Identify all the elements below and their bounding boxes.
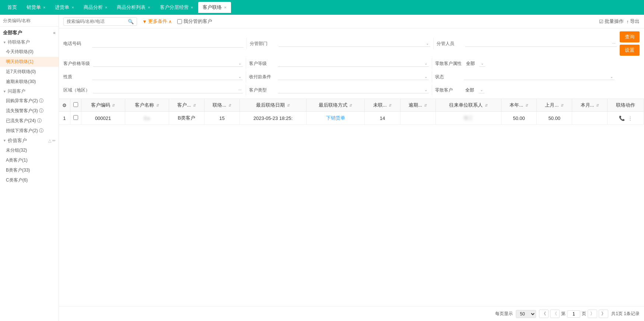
th-checkbox[interactable] (70, 99, 81, 112)
close-customer-segmentation-icon[interactable]: × (191, 5, 193, 10)
select-all-checkbox[interactable] (73, 102, 78, 107)
action-more-icon[interactable]: ⋮ (628, 115, 633, 121)
close-product-analysis-icon[interactable]: × (105, 5, 107, 10)
nav-customer-contact[interactable]: 客户联络 × (198, 2, 231, 13)
sidebar-search-input[interactable] (3, 18, 58, 23)
th-this-month: 本月... ⇵ (572, 99, 608, 112)
last-page-btn[interactable]: 》 (599, 310, 608, 318)
sidebar-item-c-class[interactable]: C类客户(6) (0, 175, 59, 185)
retail-attr-select[interactable]: ⌄ (479, 60, 485, 67)
row-checkbox[interactable] (73, 115, 78, 120)
checkbox-icon: ☑ (599, 19, 603, 24)
page-nav: 《 〈 第 页 〉 》 (539, 310, 608, 318)
sidebar-item-declining[interactable]: 持续下滑客户(2) ⓘ (0, 126, 59, 136)
retail-customer-value: 全部 (464, 87, 476, 93)
next-page-btn[interactable]: 〉 (588, 310, 597, 318)
th-customer-code: 客户编码 ⇵ (81, 99, 125, 112)
close-purchase-order-icon[interactable]: × (71, 5, 74, 10)
sidebar-item-ungrouped[interactable]: 未分组(32) (0, 145, 59, 155)
filter-field-nature: 性质 ⌄ (63, 73, 243, 80)
sidebar-item-abnormal[interactable]: 回购异常客户(2) ⓘ (0, 96, 59, 106)
sidebar-item-churn-warning[interactable]: 流失预警客户(3) ⓘ (0, 106, 59, 116)
phone-label: 电话号码 (63, 41, 89, 47)
sub-person-select[interactable]: ··· (465, 40, 617, 47)
nav-purchase-order[interactable]: 进货单 × (50, 2, 78, 13)
td-last-contact-type: 下销货单 (306, 112, 365, 125)
page-info-label: 第 (561, 311, 566, 317)
setting-btn[interactable]: 设置 (620, 45, 640, 56)
close-product-analysis-list-icon[interactable]: × (148, 5, 150, 10)
customer-type-select[interactable]: ⌄ (278, 87, 428, 93)
nature-label: 性质 (63, 74, 89, 80)
td-contact-count: 15 (204, 112, 239, 125)
status-select[interactable]: ⌄ (464, 73, 615, 80)
action-phone-icon[interactable]: 📞 (619, 115, 625, 121)
th-last-contact-date: 最后联络日期 ⇵ (240, 99, 307, 112)
sub-dept-select[interactable]: ⌄ (279, 40, 430, 47)
sidebar-group-problem[interactable]: 问题客户 (0, 87, 59, 96)
collapse-icon[interactable]: « (53, 30, 56, 35)
filter-field-status: 状态 ⌄ (435, 73, 615, 80)
filter-field-retail-customer: 零散客户 全部 ⌄ (435, 87, 615, 93)
nature-select[interactable]: ⌄ (92, 73, 243, 80)
sidebar-group-pending-contact[interactable]: 待联络客户 (0, 38, 59, 47)
more-conditions-btn[interactable]: ▼ 更多条件 ∧ (140, 17, 174, 26)
customer-level-select[interactable]: ⌄ (278, 60, 428, 67)
search-input[interactable] (67, 19, 126, 24)
filter-field-payment: 收付款条件 ⌄ (249, 73, 428, 80)
filter-bar: 🔍 ▼ 更多条件 ∧ 我分管的客户 ☑ 批量操作 ↑ 导出 (59, 15, 644, 28)
customer-type-label: 客户类型 (249, 87, 275, 93)
data-table: ⚙ 客户编码 ⇵ 客户名称 ⇵ 客户... ⇵ 联络... ⇵ 最后联络日期 ⇵… (59, 99, 644, 125)
export-btn[interactable]: ↑ 导出 (627, 18, 640, 25)
my-customers-checkbox-label[interactable]: 我分管的客户 (177, 18, 212, 25)
batch-op-btn[interactable]: ☑ 批量操作 (599, 18, 624, 25)
filter-field-customer-level: 客户等级 ⌄ (249, 60, 428, 67)
page-unit-label: 页 (582, 311, 586, 317)
td-contact-person: 张三 (435, 112, 501, 125)
first-page-btn[interactable]: 《 (539, 310, 549, 318)
nav-product-analysis[interactable]: 商品分析 × (79, 2, 112, 13)
page-size-select[interactable]: 50 20 100 (516, 310, 536, 318)
th-unlinked-days: 未联... ⇵ (365, 99, 400, 112)
retail-customer-label: 零散客户 (435, 87, 461, 93)
region-select[interactable]: ··· (93, 87, 243, 93)
nav-sales-order[interactable]: 销货单 × (22, 2, 50, 13)
prev-page-btn[interactable]: 〈 (550, 310, 560, 318)
last-contact-type-link[interactable]: 下销货单 (326, 115, 345, 121)
nav-home[interactable]: 首页 (3, 2, 21, 13)
filter-icon: ▼ (142, 19, 147, 24)
sidebar-item-a-class[interactable]: A类客户(1) (0, 155, 59, 165)
td-checkbox[interactable] (70, 112, 81, 125)
customer-level-label: 客户等级 (249, 61, 275, 67)
nav-product-analysis-list[interactable]: 商品分析列表 × (112, 2, 154, 13)
th-last-month: 上月... ⇵ (537, 99, 572, 112)
page-number-input[interactable] (567, 310, 580, 318)
phone-input[interactable] (92, 40, 244, 48)
sidebar-item-7days[interactable]: 近7天待联络(0) (0, 67, 59, 77)
retail-customer-select[interactable]: ⌄ (479, 87, 484, 93)
close-customer-contact-icon[interactable]: × (224, 5, 226, 10)
search-icon[interactable]: 🔍 (128, 19, 134, 24)
filter-row-4: 区域（地区） ··· 客户类型 ⌄ 零散客户 全部 (63, 84, 640, 96)
sidebar-item-today[interactable]: 今天待联络(0) (0, 47, 59, 57)
td-name: Ea (125, 112, 169, 125)
my-customers-checkbox[interactable] (177, 19, 182, 24)
query-btn[interactable]: 查询 (620, 31, 640, 42)
nav-customer-segmentation[interactable]: 客户分层经营 × (155, 2, 197, 13)
table-container: ⚙ 客户编码 ⇵ 客户名称 ⇵ 客户... ⇵ 联络... ⇵ 最后联络日期 ⇵… (59, 99, 644, 306)
payment-select[interactable]: ⌄ (278, 73, 428, 80)
sidebar-item-tomorrow[interactable]: 明天待联络(1) (0, 57, 59, 67)
filter-field-sub-person: 分管人员 ··· (437, 40, 617, 47)
payment-label: 收付款条件 (249, 74, 275, 80)
sidebar-item-b-class[interactable]: B类客户(33) (0, 165, 59, 175)
th-settings[interactable]: ⚙ (59, 99, 70, 112)
th-this-year: 本年... ⇵ (501, 99, 536, 112)
price-level-select[interactable]: ⌄ (93, 60, 243, 67)
content-area: 🔍 ▼ 更多条件 ∧ 我分管的客户 ☑ 批量操作 ↑ 导出 (59, 15, 644, 321)
sidebar-item-overdue[interactable]: 逾期未联络(30) (0, 77, 59, 87)
sidebar-item-churned[interactable]: 已流失客户(24) ⓘ (0, 116, 59, 126)
price-level-label: 客户价格等级 (63, 61, 90, 67)
filter-field-price-level: 客户价格等级 ⌄ (63, 60, 243, 67)
close-sales-order-icon[interactable]: × (43, 5, 45, 10)
sidebar-group-value[interactable]: 价值客户 △ ✏ (0, 136, 59, 145)
